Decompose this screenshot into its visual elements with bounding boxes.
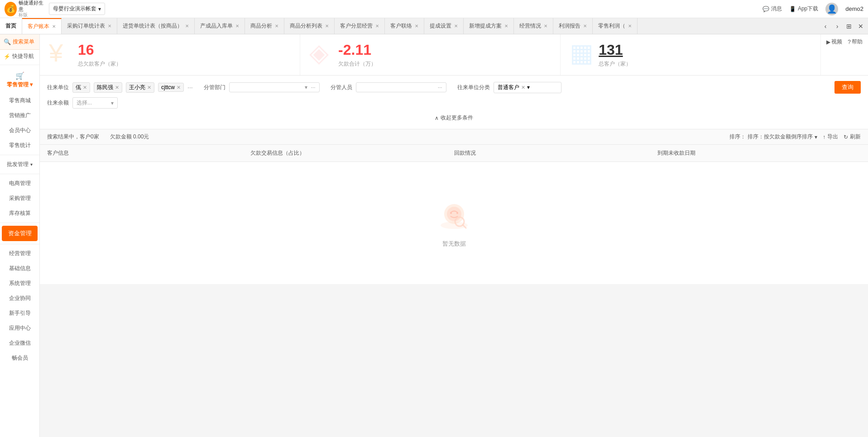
tab-nav-buttons: ‹ › ⊞ ✕ — [820, 21, 868, 32]
classify-filter-label: 往来单位分类 — [457, 84, 490, 91]
dept-filter-label: 分管部门 — [204, 84, 225, 91]
logo-icon: 💰 — [5, 2, 17, 16]
dept-select-dots[interactable]: ··· — [311, 84, 316, 90]
person-select-dots[interactable]: ··· — [438, 84, 442, 90]
tab-customer-contact[interactable]: 客户联络 ✕ — [385, 18, 424, 34]
col-customer-info: 客户信息 — [47, 149, 250, 157]
filter-tag-chenminqiang-close[interactable]: ✕ — [115, 85, 119, 90]
person-select[interactable]: ··· — [356, 82, 446, 92]
sidebar-item-new-guide[interactable]: 新手引导 — [0, 306, 39, 321]
sidebar-item-purchase[interactable]: 采购管理 — [0, 191, 39, 206]
export-icon: ↑ — [823, 134, 825, 140]
tab-product-analysis-list[interactable]: 商品分析列表 ✕ — [284, 18, 335, 34]
filter-tag-wangxiaoliang: 王小亮 ✕ — [126, 82, 154, 93]
message-button[interactable]: 💬 消息 — [762, 5, 782, 13]
app-download-icon: 📱 — [789, 6, 796, 12]
filter-tag-wangxiaoliang-close[interactable]: ✕ — [147, 85, 151, 90]
sidebar-item-retail-stats[interactable]: 零售统计 — [0, 138, 39, 153]
data-table: 客户信息 欠款交易信息（占比） 回款情况 到期未收款日期 — [40, 145, 868, 284]
classify-tag-close[interactable]: ✕ — [521, 85, 525, 90]
avatar[interactable]: 👤 — [825, 3, 838, 15]
help-icon: ? — [848, 39, 851, 45]
stats-bar: ¥ 16 总欠款客户（家） ◈ -2.11 欠款合计（万） ▦ 131 总客户（… — [40, 34, 868, 76]
store-dropdown-icon: ▾ — [98, 6, 101, 12]
sidebar-quick-nav-label: 快捷导航 — [12, 52, 34, 60]
sidebar-search[interactable]: 🔍 搜索菜单 — [0, 34, 39, 50]
stat-icon-money: ¥ — [49, 38, 63, 67]
tab-home[interactable]: 首页 — [0, 18, 22, 34]
tab-close-contact[interactable]: ✕ — [415, 24, 418, 28]
sidebar-item-system[interactable]: 系统管理 — [0, 276, 39, 291]
tab-close-segment[interactable]: ✕ — [375, 24, 379, 28]
tab-purchase-orders[interactable]: 采购订单统计表 ✕ — [62, 18, 117, 34]
sidebar-quick-nav[interactable]: ⚡ 快捷导航 — [0, 50, 39, 63]
tab-close-purchase[interactable]: ✕ — [108, 24, 111, 28]
tab-close-new-promotion[interactable]: ✕ — [504, 24, 508, 28]
sidebar-item-member[interactable]: 会员中心 — [0, 123, 39, 138]
sidebar-item-ecommerce[interactable]: 电商管理 — [0, 176, 39, 191]
sidebar-item-enterprise-wechat[interactable]: 企业微信 — [0, 336, 39, 351]
sidebar-item-retail[interactable]: 🛒 零售管理 ▾ — [0, 67, 39, 93]
empty-state: 暂无数据 — [40, 162, 868, 284]
filter-more-units[interactable]: ··· — [187, 84, 193, 91]
tab-profit-report[interactable]: 利润报告 ✕ — [553, 18, 593, 34]
stat-debtors-label: 总欠款客户（家） — [78, 60, 121, 68]
tab-operations[interactable]: 经营情况 ✕ — [514, 18, 553, 34]
tab-close-product[interactable]: ✕ — [275, 24, 278, 28]
tab-close-inbound[interactable]: ✕ — [185, 24, 189, 28]
tab-close-product-list[interactable]: ✕ — [325, 24, 329, 28]
tab-expand-button[interactable]: ⊞ — [844, 21, 854, 32]
video-link[interactable]: ▶ 视频 — [826, 38, 842, 46]
tab-close-promotion[interactable]: ✕ — [454, 24, 458, 28]
tab-product-analysis[interactable]: 商品分析 ✕ — [245, 18, 284, 34]
sidebar-item-finance[interactable]: 资金管理 — [2, 226, 38, 241]
tab-inbound-stats[interactable]: 进货单统计表（按商品） ✕ — [117, 18, 195, 34]
tab-retail-profit[interactable]: 零售利润（ ✕ — [593, 18, 638, 34]
sidebar-divider-5 — [0, 244, 39, 244]
sidebar-item-operations[interactable]: 经营管理 — [0, 246, 39, 261]
top-header: 💰 畅捷通好生意 标版 母婴行业演示帐套 ▾ 💬 消息 📱 App下载 👤 de… — [0, 0, 868, 18]
store-selector[interactable]: 母婴行业演示帐套 ▾ — [49, 3, 105, 15]
help-link[interactable]: ? 帮助 — [848, 38, 863, 46]
sidebar-item-retail-mall[interactable]: 零售商城 — [0, 93, 39, 108]
tab-accounts[interactable]: 客户账本 ✕ — [22, 18, 62, 34]
tab-close-cost[interactable]: ✕ — [235, 24, 239, 28]
query-button[interactable]: 查询 — [834, 81, 861, 94]
tab-close-accounts[interactable]: ✕ — [52, 24, 56, 29]
sidebar-divider-2 — [0, 155, 39, 155]
sort-select[interactable]: 排序： 排序：按欠款金额倒序排序 ▾ — [729, 133, 817, 141]
col-due-date: 到期未收款日期 — [657, 149, 861, 157]
tab-prev-button[interactable]: ‹ — [820, 21, 831, 32]
sidebar-item-inventory[interactable]: 库存核算 — [0, 206, 39, 221]
collapse-button[interactable]: ∧ 收起更多条件 — [47, 112, 861, 124]
tab-customer-segment[interactable]: 客户分层经营 ✕ — [335, 18, 385, 34]
person-filter-label: 分管人员 — [331, 84, 352, 91]
export-button[interactable]: ↑ 导出 — [823, 133, 838, 141]
main-layout: 🔍 搜索菜单 ⚡ 快捷导航 🛒 零售管理 ▾ 零售商城 营销推广 会员中心 零售… — [0, 34, 868, 437]
tab-new-promotion[interactable]: 新增提成方案 ✕ — [464, 18, 514, 34]
app-download-button[interactable]: 📱 App下载 — [789, 5, 818, 13]
classify-select[interactable]: 普通客户 ✕ ▾ — [494, 82, 561, 93]
sidebar-item-basic-info[interactable]: 基础信息 — [0, 261, 39, 276]
filter-tag-wa-close[interactable]: ✕ — [83, 85, 87, 90]
retail-icon: 🛒 — [15, 71, 24, 80]
tab-close-profit[interactable]: ✕ — [583, 24, 587, 28]
sidebar-item-app-center[interactable]: 应用中心 — [0, 321, 39, 336]
dept-select[interactable]: ▾ ··· — [229, 82, 320, 92]
sidebar-item-enterprise[interactable]: 企业协同 — [0, 291, 39, 306]
collapse-icon: ∧ — [435, 115, 439, 121]
tab-close-operations[interactable]: ✕ — [544, 24, 547, 28]
tab-next-button[interactable]: › — [832, 21, 843, 32]
sidebar-item-vip-member[interactable]: 畅会员 — [0, 351, 39, 366]
tab-cost-inbound[interactable]: 产成品入库单 ✕ — [195, 18, 245, 34]
sidebar: 🔍 搜索菜单 ⚡ 快捷导航 🛒 零售管理 ▾ 零售商城 营销推广 会员中心 零售… — [0, 34, 40, 437]
sidebar-item-marketing[interactable]: 营销推广 — [0, 108, 39, 123]
tab-close-all-button[interactable]: ✕ — [855, 21, 866, 32]
tab-promotion-settings[interactable]: 提成设置 ✕ — [424, 18, 464, 34]
filter-tag-cjttcw-close[interactable]: ✕ — [177, 85, 181, 90]
balance-select[interactable]: 选择... ▾ — [72, 97, 118, 109]
tab-close-retail-profit[interactable]: ✕ — [628, 24, 632, 28]
refresh-button[interactable]: ↻ 刷新 — [844, 133, 861, 141]
sidebar-item-wholesale[interactable]: 批发管理 ▾ — [0, 157, 39, 172]
unit-filter-label: 往来单位 — [47, 84, 69, 91]
